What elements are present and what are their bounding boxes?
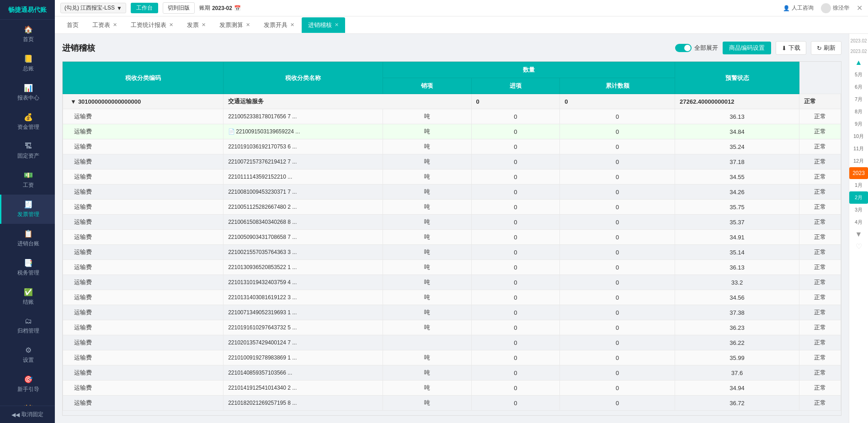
calendar-icon[interactable]: 📅 xyxy=(234,5,241,11)
sidebar-item-general-ledger[interactable]: 📒 总账 xyxy=(0,49,55,78)
month-11[interactable]: 11月 xyxy=(849,143,868,155)
cell-invoice-no: 2210071349052319693 1 ... xyxy=(224,305,383,320)
sidebar-item-reports[interactable]: 📊 报表中心 xyxy=(0,78,55,107)
cell-status: 正常 xyxy=(799,94,841,109)
sidebar-item-assets[interactable]: 🏗 固定资产 xyxy=(0,137,55,165)
sidebar-item-invoice-mgmt[interactable]: 🧾 发票管理 xyxy=(0,195,55,224)
sidebar-item-home[interactable]: 🏠 首页 xyxy=(0,20,55,49)
expand-toggle[interactable] xyxy=(675,44,692,52)
sidebar-item-close-account[interactable]: ✅ 结账 xyxy=(0,282,55,312)
sidebar-unpin[interactable]: ◀◀ 取消固定 xyxy=(0,406,55,423)
month-2[interactable]: 2月 xyxy=(849,191,868,204)
cell-purchase: 0 xyxy=(560,215,675,230)
cell-sale: 0 xyxy=(471,290,560,305)
cell-tag: 吨 xyxy=(383,396,471,411)
main-wrapper: (勾兑) 江西报宝-LSS ▼ 工作台 切到旧版 账期 2023-02 📅 👤 … xyxy=(55,0,868,423)
cell-purchase: 0 xyxy=(560,381,675,396)
tab-close-salary-report[interactable]: ✕ xyxy=(169,22,173,28)
cell-invoice-no: 2210061508340340268 8 ... xyxy=(224,215,383,230)
cell-sale: 0 xyxy=(471,365,560,381)
cell-status: 正常 xyxy=(799,169,841,185)
tab-salary-report[interactable]: 工资统计报表 ✕ xyxy=(124,17,180,33)
cell-code: 运输费 xyxy=(63,290,224,305)
tab-home[interactable]: 首页 xyxy=(60,17,85,33)
service-link[interactable]: 👤 人工咨询 xyxy=(783,4,814,12)
scroll-down-icon[interactable]: ▼ xyxy=(853,228,864,240)
cell-sale: 0 xyxy=(471,245,560,260)
cell-invoice-no: 2210141912541014340 2 ... xyxy=(224,381,383,396)
cell-invoice-no: 2210111143592152210 ... xyxy=(224,169,383,185)
refresh-icon: ↻ xyxy=(817,45,822,52)
month-6[interactable]: 6月 xyxy=(849,81,868,93)
cell-sale: 0 xyxy=(471,320,560,335)
tab-purchase-check[interactable]: 进销稽核 ✕ xyxy=(302,17,345,33)
th-sale: 销项 xyxy=(383,78,471,94)
cell-code: 运输费 xyxy=(63,396,224,411)
tab-close-salary-sheet[interactable]: ✕ xyxy=(113,22,117,28)
month-8[interactable]: 8月 xyxy=(849,106,868,118)
cell-status: 正常 xyxy=(799,215,841,230)
sidebar-item-settings[interactable]: ⚙ 设置 xyxy=(0,340,55,370)
close-account-icon: ✅ xyxy=(24,288,33,296)
sidebar-item-purchase-ledger[interactable]: 📋 进销台账 xyxy=(0,224,55,253)
month-3[interactable]: 3月 xyxy=(849,204,868,216)
tab-invoice-issue[interactable]: 发票开具 ✕ xyxy=(257,17,301,33)
product-setting-button[interactable]: 商品编码设置 xyxy=(723,42,771,54)
toggle-wrap: 全部展开 xyxy=(675,44,718,52)
sidebar-item-member[interactable]: 👑 畅会员 xyxy=(0,399,55,406)
sidebar-item-archive[interactable]: 🗂 归档管理 xyxy=(0,312,55,340)
service-icon: 👤 xyxy=(783,5,790,11)
tab-salary-sheet[interactable]: 工资表 ✕ xyxy=(86,17,123,33)
th-purchase: 进项 xyxy=(471,78,560,94)
cell-sale: 0 xyxy=(471,109,560,124)
cell-invoice-no: 2210050903431708658 7 ... xyxy=(224,230,383,245)
month-9[interactable]: 9月 xyxy=(849,118,868,130)
month-1[interactable]: 1月 xyxy=(849,179,868,191)
close-icon[interactable]: ✕ xyxy=(857,4,863,12)
table-row: 运输费 2210131403081619122 3 ... 吨 0 0 34.5… xyxy=(63,290,841,305)
expand-icon[interactable]: ▼ xyxy=(70,98,76,105)
user-info[interactable]: 徐泾华 xyxy=(821,3,849,13)
cell-purchase: 0 xyxy=(560,154,675,169)
cell-code: 运输费 xyxy=(63,260,224,275)
tab-close-invoice-calc[interactable]: ✕ xyxy=(246,22,250,28)
company-select[interactable]: (勾兑) 江西报宝-LSS ▼ xyxy=(60,3,126,13)
avatar xyxy=(821,3,831,13)
table-row: 运输费 2210072157376219412 7 ... 吨 0 0 37.1… xyxy=(63,154,841,169)
worktable-button[interactable]: 工作台 xyxy=(131,3,158,13)
cell-cumulative: 35.99 xyxy=(675,350,799,365)
cell-status: 正常 xyxy=(799,305,841,320)
refresh-button[interactable]: ↻ 刷新 xyxy=(811,41,841,55)
table-row: 运输费 2210182021269257195 8 ... 吨 0 0 36.7… xyxy=(63,396,841,411)
current-year-label: 2023 xyxy=(849,167,868,179)
month-4[interactable]: 4月 xyxy=(849,216,868,228)
cell-status: 正常 xyxy=(799,109,841,124)
month-12[interactable]: 12月 xyxy=(849,155,868,167)
settings-icon: ⚙ xyxy=(25,346,32,354)
tab-invoice-calc[interactable]: 发票测算 ✕ xyxy=(213,17,256,33)
cell-tag: 吨 xyxy=(383,215,471,230)
month-10[interactable]: 10月 xyxy=(849,130,868,143)
month-7[interactable]: 7月 xyxy=(849,93,868,106)
cell-cumulative: 37.38 xyxy=(675,305,799,320)
invoice-icon: 🧾 xyxy=(24,200,33,209)
sidebar-item-guide[interactable]: 🎯 新手引导 xyxy=(0,370,55,399)
switch-button[interactable]: 切到旧版 xyxy=(163,2,195,14)
month-5[interactable]: 5月 xyxy=(849,69,868,81)
sidebar-item-salary[interactable]: 💵 工资 xyxy=(0,165,55,195)
scroll-up-icon[interactable]: ▲ xyxy=(853,57,864,69)
tab-invoice[interactable]: 发票 ✕ xyxy=(181,17,212,33)
cell-cumulative: 37.6 xyxy=(675,365,799,381)
tab-close-invoice-issue[interactable]: ✕ xyxy=(290,22,294,28)
download-button[interactable]: ⬇ 下载 xyxy=(776,41,806,55)
tab-close-invoice[interactable]: ✕ xyxy=(202,22,206,28)
cell-sale: 0 xyxy=(471,185,560,200)
cell-tag: 吨 xyxy=(383,200,471,215)
cell-sale: 0 xyxy=(471,381,560,396)
tab-close-purchase-check[interactable]: ✕ xyxy=(335,22,339,28)
funds-icon: 💰 xyxy=(24,113,33,122)
cell-purchase: 0 xyxy=(560,185,675,200)
sidebar-item-funds[interactable]: 💰 资金管理 xyxy=(0,107,55,137)
sidebar-item-tax[interactable]: 📑 税务管理 xyxy=(0,253,55,282)
cell-tag xyxy=(383,335,471,350)
